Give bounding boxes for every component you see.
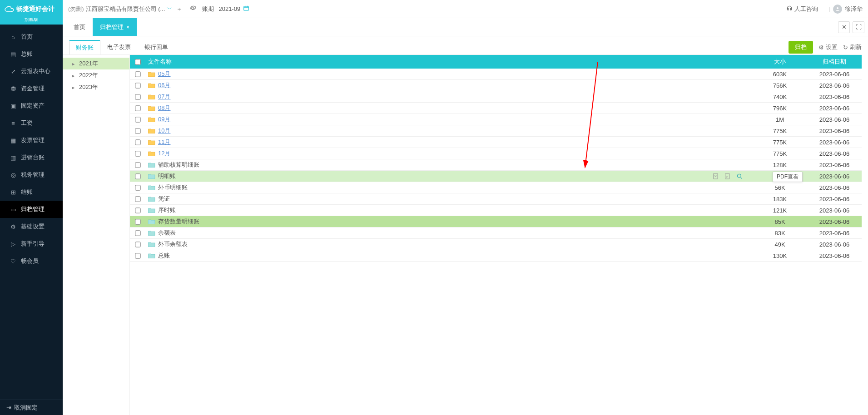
row-checkbox[interactable] bbox=[135, 208, 140, 213]
table-row[interactable]: 10月 775K 2023-06-06 bbox=[130, 125, 862, 137]
table-row[interactable]: 12月 775K 2023-06-06 bbox=[130, 148, 862, 159]
table-row[interactable]: 11月 775K 2023-06-06 bbox=[130, 137, 862, 148]
row-checkbox[interactable] bbox=[135, 139, 140, 145]
table-row[interactable]: 总账 130K 2023-06-06 bbox=[130, 250, 862, 262]
sidebar-item-ledger[interactable]: ▤总账 bbox=[0, 45, 63, 63]
year-tree: ▸2021年▸2022年▸2023年 bbox=[63, 55, 130, 415]
file-name[interactable]: 05月 bbox=[158, 70, 170, 78]
table-row[interactable]: 序时账 121K 2023-06-06 bbox=[130, 205, 862, 216]
row-checkbox[interactable] bbox=[135, 230, 140, 236]
row-checkbox[interactable] bbox=[135, 151, 140, 156]
refresh-button[interactable]: ↻ 刷新 bbox=[843, 43, 862, 51]
file-name[interactable]: 11月 bbox=[158, 138, 170, 146]
gear-icon[interactable] bbox=[189, 5, 196, 13]
sidebar-item-label: 云报表中心 bbox=[21, 67, 50, 75]
close-tab-button[interactable]: ✕ bbox=[838, 21, 850, 33]
close-icon[interactable]: × bbox=[126, 24, 129, 30]
folder-teal-icon bbox=[148, 230, 155, 236]
sidebar-item-tax[interactable]: ◎税务管理 bbox=[0, 166, 63, 183]
brand-title: 畅捷通好会计 bbox=[16, 5, 55, 13]
row-checkbox[interactable] bbox=[135, 173, 140, 179]
archive-date: 2023-06-06 bbox=[807, 71, 862, 78]
folder-teal-icon bbox=[148, 196, 155, 202]
archive-icon: ▭ bbox=[8, 206, 18, 213]
sidebar-item-guide[interactable]: ▷新手引导 bbox=[0, 235, 63, 252]
table-row[interactable]: 外币余额表 49K 2023-06-06 bbox=[130, 239, 862, 250]
file-name[interactable]: 09月 bbox=[158, 115, 170, 124]
tree-year[interactable]: ▸2021年 bbox=[63, 58, 129, 69]
row-checkbox[interactable] bbox=[135, 162, 140, 168]
sidebar-item-report[interactable]: ⤢云报表中心 bbox=[0, 63, 63, 80]
row-checkbox[interactable] bbox=[135, 83, 140, 88]
calendar-icon[interactable] bbox=[243, 5, 249, 13]
row-checkbox[interactable] bbox=[135, 185, 140, 190]
add-icon[interactable]: ＋ bbox=[176, 5, 182, 13]
table-row[interactable]: 05月 603K 2023-06-06 bbox=[130, 69, 862, 80]
tree-year[interactable]: ▸2022年 bbox=[63, 69, 129, 81]
user-menu[interactable]: 徐泽华 bbox=[833, 5, 863, 14]
chevron-down-icon[interactable]: ﹀ bbox=[167, 5, 173, 13]
select-all-checkbox[interactable] bbox=[135, 59, 141, 65]
excel-export-icon[interactable] bbox=[712, 172, 720, 180]
support-link[interactable]: 人工咨询 bbox=[786, 5, 818, 13]
sidebar-item-funds[interactable]: ⛃资金管理 bbox=[0, 80, 63, 97]
subtab[interactable]: 电子发票 bbox=[100, 40, 138, 54]
row-checkbox[interactable] bbox=[135, 117, 140, 122]
tree-year[interactable]: ▸2023年 bbox=[63, 81, 129, 93]
tab[interactable]: 首页 bbox=[66, 18, 93, 36]
sidebar-item-archive[interactable]: ▭归档管理 bbox=[0, 201, 63, 218]
table-row[interactable]: 存货数量明细账 85K 2023-06-06 bbox=[130, 216, 862, 227]
file-name[interactable]: 12月 bbox=[158, 149, 170, 158]
caret-right-icon: ▸ bbox=[72, 72, 76, 79]
sidebar-pin-toggle[interactable]: ⇥ 取消固定 bbox=[0, 400, 63, 415]
table-row[interactable]: 外币明细账 56K 2023-06-06 bbox=[130, 182, 862, 193]
table-row[interactable]: 辅助核算明细账 128K 2023-06-06 bbox=[130, 159, 862, 171]
pdf-view-icon[interactable] bbox=[735, 172, 744, 180]
sidebar-item-settings[interactable]: ⚙基础设置 bbox=[0, 218, 63, 235]
asset-icon: ▣ bbox=[8, 103, 18, 109]
table-row[interactable]: 凭证 183K 2023-06-06 bbox=[130, 193, 862, 205]
sidebar-item-asset[interactable]: ▣固定资产 bbox=[0, 97, 63, 114]
archive-date: 2023-06-06 bbox=[807, 150, 862, 157]
sidebar-item-vip[interactable]: ♡畅会员 bbox=[0, 252, 63, 270]
row-checkbox[interactable] bbox=[135, 219, 140, 224]
user-name: 徐泽华 bbox=[845, 5, 863, 13]
tab[interactable]: 归档管理× bbox=[93, 18, 137, 36]
period-value[interactable]: 2021-09 bbox=[218, 5, 240, 12]
support-label: 人工咨询 bbox=[794, 5, 818, 13]
file-name[interactable]: 06月 bbox=[158, 81, 170, 89]
sidebar-item-home[interactable]: ⌂首页 bbox=[0, 28, 63, 45]
fullscreen-button[interactable]: ⛶ bbox=[853, 21, 864, 33]
subtab[interactable]: 财务账 bbox=[69, 40, 100, 55]
company-selector[interactable]: 江西服宝精品有限责任公司 (... bbox=[86, 5, 165, 13]
table-row[interactable]: 09月 1M 2023-06-06 bbox=[130, 114, 862, 125]
tree-year-label: 2021年 bbox=[79, 59, 98, 68]
row-checkbox[interactable] bbox=[135, 71, 140, 77]
file-name[interactable]: 10月 bbox=[158, 127, 170, 135]
pdf-export-icon[interactable] bbox=[724, 172, 732, 180]
row-checkbox[interactable] bbox=[135, 196, 140, 202]
table-row[interactable]: 06月 756K 2023-06-06 bbox=[130, 80, 862, 91]
subtab[interactable]: 银行回单 bbox=[138, 40, 175, 54]
sidebar-item-purchase[interactable]: ▥进销台账 bbox=[0, 149, 63, 166]
sidebar-item-invoice[interactable]: ▦发票管理 bbox=[0, 132, 63, 149]
table-row[interactable]: 明细账 PDF查看 30K 2023-06-06 bbox=[130, 171, 862, 182]
sidebar-item-salary[interactable]: ≡工资 bbox=[0, 114, 63, 132]
sidebar-item-close[interactable]: ⊞结账 bbox=[0, 183, 63, 201]
table-row[interactable]: 08月 796K 2023-06-06 bbox=[130, 103, 862, 114]
table-row[interactable]: 07月 740K 2023-06-06 bbox=[130, 91, 862, 103]
gear-icon: ⚙ bbox=[818, 44, 824, 51]
file-name[interactable]: 07月 bbox=[158, 93, 170, 101]
settings-button[interactable]: ⚙ 设置 bbox=[818, 43, 838, 51]
row-checkbox[interactable] bbox=[135, 94, 140, 99]
row-checkbox[interactable] bbox=[135, 253, 140, 258]
sidebar-item-label: 发票管理 bbox=[21, 136, 45, 144]
folder-yellow-icon bbox=[148, 117, 155, 122]
table-row[interactable]: 余额表 83K 2023-06-06 bbox=[130, 227, 862, 239]
archive-button[interactable]: 归档 bbox=[789, 41, 813, 54]
row-checkbox[interactable] bbox=[135, 128, 140, 133]
row-checkbox[interactable] bbox=[135, 105, 140, 111]
file-name[interactable]: 08月 bbox=[158, 104, 170, 112]
folder-teal-icon bbox=[148, 185, 155, 190]
row-checkbox[interactable] bbox=[135, 242, 140, 247]
